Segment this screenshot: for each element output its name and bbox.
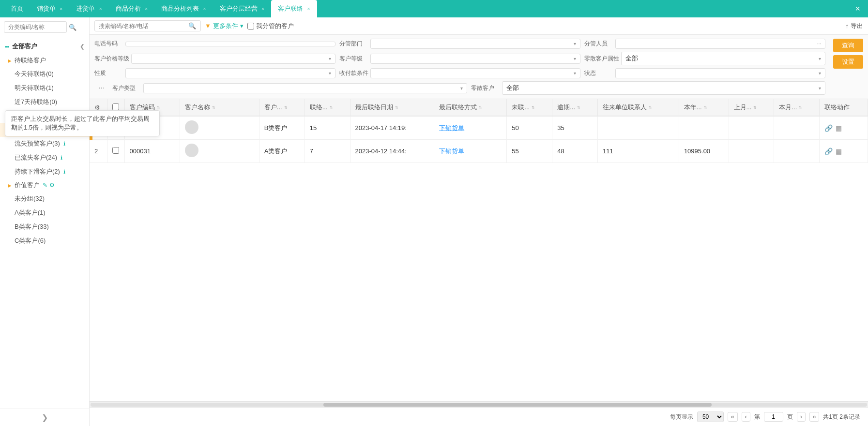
- close-icon-purchase[interactable]: ×: [99, 0, 102, 17]
- th-last-method[interactable]: 最后联络方式 ⇅: [434, 99, 507, 116]
- th-contact-person[interactable]: 往来单位联系人 ⇅: [598, 99, 679, 116]
- info-icon-3[interactable]: ℹ: [61, 155, 62, 161]
- close-icon-customer-contact[interactable]: ×: [307, 0, 310, 17]
- query-button[interactable]: 查询: [833, 39, 863, 52]
- info-icon-2[interactable]: ℹ: [63, 141, 65, 147]
- customer-level-select[interactable]: ▾: [370, 54, 580, 64]
- filter-phone: 电话号码: [94, 40, 335, 48]
- sidebar-collapse-icon[interactable]: ❯: [42, 413, 48, 422]
- dots-button[interactable]: ···: [94, 84, 108, 92]
- row2-link-icon[interactable]: 🔗: [824, 147, 833, 155]
- my-customer-checkbox[interactable]: [247, 23, 254, 29]
- toolbar: 🔍 ▼ 更多条件 ▾ 我分管的客户 ↑ 导出: [90, 17, 868, 35]
- retail-customer-select[interactable]: 全部 ▾: [502, 81, 825, 95]
- table-row: 1 000039 B类客户: [90, 116, 868, 140]
- row2-action-icons: 🔗 ▦: [824, 147, 863, 155]
- sort-icon-last-date: ⇅: [395, 105, 398, 110]
- person-select[interactable]: ···: [615, 39, 825, 49]
- sidebar-item-b-class[interactable]: B类客户(33): [0, 220, 89, 234]
- retail-attr-arrow: ▾: [819, 56, 821, 61]
- search-input[interactable]: [99, 23, 188, 29]
- prev-page-button[interactable]: ‹: [742, 412, 750, 422]
- nav-item-home[interactable]: 首页: [4, 0, 30, 17]
- close-icon-analysis-list[interactable]: ×: [203, 0, 206, 17]
- sidebar-item-today[interactable]: 今天待联络(0): [0, 67, 89, 81]
- row2-contact-person: 111: [598, 140, 679, 163]
- sidebar-item-c-class[interactable]: C类客户(6): [0, 234, 89, 248]
- nav-item-analysis[interactable]: 商品分析 ×: [109, 0, 154, 17]
- sidebar-item-a-class[interactable]: A类客户(1): [0, 206, 89, 220]
- price-level-label: 客户价格等级: [94, 55, 129, 63]
- first-page-button[interactable]: «: [728, 412, 738, 422]
- row2-grid-icon[interactable]: ▦: [836, 147, 842, 155]
- filter-price-level: 客户价格等级 ▾: [94, 54, 335, 64]
- nav-item-purchase[interactable]: 进货单 ×: [69, 0, 108, 17]
- sidebar-search-icon[interactable]: 🔍: [69, 24, 76, 31]
- nav-item-sales[interactable]: 销货单 ×: [30, 0, 69, 17]
- th-name[interactable]: 客户名称 ⇅: [180, 99, 259, 116]
- close-icon-analysis[interactable]: ×: [145, 0, 148, 17]
- gender-select[interactable]: ▾: [125, 68, 335, 78]
- per-page-select[interactable]: 50 20 100: [697, 411, 724, 422]
- retail-attr-select[interactable]: 全部 ▾: [621, 52, 825, 65]
- customer-type-select[interactable]: ▾: [143, 83, 467, 93]
- edit-icon[interactable]: ✎: [43, 182, 47, 189]
- th-uncontacted[interactable]: 未联... ⇅: [507, 99, 552, 116]
- status-select[interactable]: ▾: [615, 68, 825, 78]
- close-icon-sales[interactable]: ×: [60, 0, 62, 17]
- horizontal-scrollbar[interactable]: [90, 401, 868, 407]
- sidebar-item-7days[interactable]: 近7天待联络(0): [0, 95, 89, 109]
- sidebar-item-lost-warning[interactable]: 流失预警客户(3) ℹ: [0, 137, 89, 151]
- payment-select[interactable]: ▾: [370, 68, 580, 78]
- nav-item-customer-mgmt[interactable]: 客户分层经营 ×: [213, 0, 271, 17]
- sidebar-item-declining[interactable]: 持续下滑客户(2) ℹ: [0, 165, 89, 179]
- close-icon-customer-mgmt[interactable]: ×: [261, 0, 264, 17]
- th-contact-count[interactable]: 联络... ⇅: [305, 99, 350, 116]
- th-action: 联络动作: [820, 99, 868, 116]
- sidebar-search-input[interactable]: [4, 21, 67, 33]
- sidebar-item-tomorrow[interactable]: 明天待联络(1): [0, 81, 89, 95]
- th-current-month[interactable]: 本月... ⇅: [774, 99, 820, 116]
- value-section[interactable]: ▶ 价值客户 ✎ ⚙: [0, 178, 89, 192]
- sidebar-item-ungroup[interactable]: 未分组(32): [0, 192, 89, 206]
- th-overdue[interactable]: 逾期... ⇅: [552, 99, 598, 116]
- filter-status: 状态 ▾: [584, 68, 825, 78]
- row2-select-checkbox[interactable]: [112, 147, 119, 154]
- last-page-button[interactable]: »: [809, 412, 820, 422]
- row1-last-month: [729, 116, 774, 140]
- select-all-checkbox[interactable]: [112, 103, 119, 110]
- th-current-year[interactable]: 本年... ⇅: [679, 99, 729, 116]
- row1-method-link[interactable]: 下销货单: [439, 124, 464, 132]
- th-last-date[interactable]: 最后联络日期 ⇅: [350, 99, 434, 116]
- more-filter-button[interactable]: ▼ 更多条件 ▾: [205, 22, 244, 30]
- settings-icon[interactable]: ⚙: [49, 182, 55, 189]
- triangle-icon: ▶: [8, 58, 12, 63]
- nav-item-customer-contact[interactable]: 客户联络 ×: [271, 0, 317, 17]
- setting-button[interactable]: 设置: [833, 55, 863, 69]
- price-level-select[interactable]: ▾: [131, 54, 335, 64]
- all-customers-header[interactable]: ▪▪ 全部客户 ❮: [0, 39, 89, 54]
- th-last-month[interactable]: 上月... ⇅: [729, 99, 774, 116]
- grid-icon: ▪▪: [5, 43, 9, 50]
- nav-item-analysis-list[interactable]: 商品分析列表 ×: [154, 0, 213, 17]
- search-icon[interactable]: 🔍: [188, 22, 196, 29]
- price-level-arrow: ▾: [329, 56, 331, 61]
- export-button[interactable]: ↑ 导出: [846, 22, 864, 30]
- th-type[interactable]: 客户... ⇅: [259, 99, 305, 116]
- row2-method-link[interactable]: 下销货单: [439, 147, 464, 155]
- scroll-thumb[interactable]: [323, 403, 712, 407]
- window-close-button[interactable]: ×: [851, 4, 864, 14]
- dept-select[interactable]: ▾: [370, 39, 580, 49]
- page-number-input[interactable]: [764, 412, 783, 422]
- sort-icon-overdue: ⇅: [577, 105, 580, 110]
- sidebar-item-lost[interactable]: 已流失客户(24) ℹ: [0, 151, 89, 165]
- row1-grid-icon[interactable]: ▦: [836, 124, 842, 132]
- row1-link-icon[interactable]: 🔗: [824, 124, 833, 132]
- pending-section[interactable]: ▶ 待联络客户: [0, 54, 89, 67]
- my-customer-checkbox-label[interactable]: 我分管的客户: [247, 22, 294, 30]
- per-page-label: 每页显示: [670, 413, 693, 421]
- sort-icon-type: ⇅: [284, 105, 288, 110]
- next-page-button[interactable]: ›: [797, 412, 806, 422]
- info-icon-4[interactable]: ℹ: [63, 169, 65, 175]
- phone-input[interactable]: [125, 42, 335, 46]
